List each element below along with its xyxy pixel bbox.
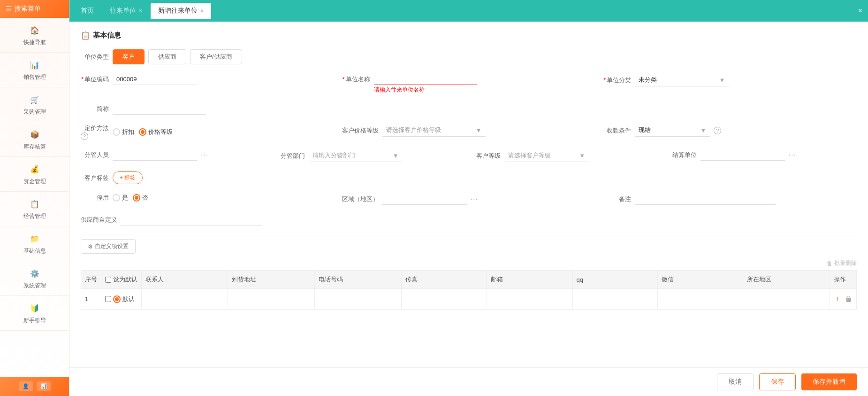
customer-price-level-select[interactable]: 请选择客户价格等级 ▼ [382,124,486,137]
sidebar-item-purchase[interactable]: 🛒 采购管理 [0,87,69,122]
customer-level-arrow: ▼ [579,152,585,159]
email-input[interactable] [491,294,568,304]
radio-no[interactable]: 否 [133,194,148,202]
department-select[interactable]: 请输入分管部门 ▼ [309,149,403,162]
region-cell-input[interactable] [747,294,826,304]
cell-region[interactable] [743,289,830,310]
supplier-custom-input[interactable] [121,214,262,225]
region-input[interactable] [382,194,467,205]
cell-seq: 1 [81,289,101,310]
department-label: 分管部门 [277,152,305,160]
unit-category-label: *单位分类 [603,76,631,85]
unit-name-group: *单位名称 请输入往来单位名称 [342,74,596,94]
tab-new-partner[interactable]: 新增往来单位 × [151,3,211,19]
unit-name-input[interactable] [374,74,477,85]
select-all-checkbox[interactable] [105,277,111,283]
type-btn-both[interactable]: 客户/供应商 [190,49,242,64]
col-contact: 联系人 [142,271,228,289]
customer-level-label: 客户等级 [472,152,501,160]
qq-input[interactable] [577,294,654,304]
contact-input[interactable] [145,294,224,304]
type-btn-supplier[interactable]: 供应商 [148,49,186,64]
payment-terms-value: 现结 [639,126,651,134]
category-dropdown-arrow: ▼ [719,77,725,84]
radio-yes[interactable]: 是 [113,194,128,202]
row-checkbox[interactable] [105,296,111,302]
purchase-icon: 🛒 [28,93,41,106]
sidebar-item-inventory[interactable]: 📦 库存核算 [0,122,69,157]
region-group: 区域（地区） ··· [342,194,596,205]
payment-terms-select[interactable]: 现结 ▼ [635,124,710,137]
settlement-dots[interactable]: ··· [789,151,796,159]
tab-partners-close[interactable]: × [139,8,142,14]
customer-level-select[interactable]: 请选择客户等级 ▼ [504,149,589,162]
radio-price-level-inner [141,130,145,134]
row-default-radio[interactable]: 默认 [113,295,135,303]
pricing-help-icon[interactable]: ? [81,132,88,140]
col-region: 所在地区 [743,271,830,289]
gear-icon: ⚙ [88,243,93,250]
sidebar: ☰ 搜索菜单 🏠 快捷导航 📊 销售管理 🛒 采购管理 📦 库存核算 💰 资金管… [0,0,69,396]
manager-dots[interactable]: ··· [201,151,208,159]
cell-contact[interactable] [142,289,228,310]
settlement-unit-input[interactable] [700,149,785,161]
sidebar-item-sales[interactable]: 📊 销售管理 [0,53,69,87]
sidebar-item-guide[interactable]: 🔰 新手引导 [0,296,69,331]
cell-address[interactable] [228,289,314,310]
save-button[interactable]: 保存 [759,373,796,390]
sidebar-btn-2[interactable]: 📊 [37,381,51,391]
finance-icon: 💰 [28,163,41,176]
cell-email[interactable] [487,289,572,310]
sidebar-search[interactable]: ☰ 搜索菜单 [0,0,69,18]
close-all-tabs[interactable]: × [858,7,862,15]
radio-discount[interactable]: 折扣 [113,128,134,136]
sidebar-item-system[interactable]: ⚙️ 系统管理 [0,261,69,296]
unit-category-group: *单位分类 未分类 ▼ [603,74,857,86]
sidebar-btn-1[interactable]: 👤 [19,381,33,391]
tab-home[interactable]: 首页 [73,3,101,19]
region-label: 区域（地区） [342,195,379,203]
type-btn-customer[interactable]: 客户 [113,49,145,64]
sidebar-item-basic-info[interactable]: 📁 基础信息 [0,226,69,261]
main-content: 首页 往来单位 × 新增往来单位 × × 📋 基本信息 单位类型 客户 供应商 … [69,0,868,396]
phone-input[interactable] [319,294,397,304]
unit-code-input[interactable] [113,74,197,85]
tag-group: 客户标签 + 标签 [81,171,857,184]
table-header-row: 序号 设为默认 联系人 到货地址 电话号码 传真 邮箱 qq [81,271,857,289]
custom-settings-button[interactable]: ⚙ 自定义项设置 [81,239,136,254]
remark-input[interactable] [635,194,776,205]
tag-label: 客户标签 [81,174,109,182]
address-input[interactable] [232,294,311,304]
save-new-button[interactable]: 保存并新增 [801,373,857,390]
cell-wechat[interactable] [657,289,743,310]
delete-row-button[interactable]: 🗑 [845,295,853,303]
sidebar-item-operations[interactable]: 📋 经营管理 [0,192,69,226]
unit-category-select[interactable]: 未分类 ▼ [635,74,729,86]
col-phone: 电话号码 [314,271,401,289]
payment-help-icon[interactable]: ? [714,127,721,134]
manager-input[interactable] [113,149,197,161]
batch-delete-button[interactable]: 🗑 批量删除 [827,259,857,267]
sidebar-item-quick-nav[interactable]: 🏠 快捷导航 [0,18,69,53]
short-name-input[interactable] [113,103,206,115]
add-row-button[interactable]: ＋ [834,294,841,304]
region-dots[interactable]: ··· [471,195,478,203]
unit-name-label: *单位名称 [342,75,370,84]
add-tag-button[interactable]: + 标签 [113,171,143,184]
cell-action: ＋ 🗑 [830,289,856,310]
cell-qq[interactable] [572,289,657,310]
tab-new-partner-close[interactable]: × [200,8,204,14]
fax-input[interactable] [405,294,483,304]
remark-label: 备注 [603,195,631,203]
tab-partners[interactable]: 往来单位 × [102,3,150,19]
cancel-button[interactable]: 取消 [717,373,754,390]
row-default-label: 默认 [122,295,135,303]
radio-price-level[interactable]: 价格等级 [139,128,173,136]
footer-bar: 取消 保存 保存并新增 [69,367,868,396]
wechat-input[interactable] [662,294,739,304]
operations-icon: 📋 [28,197,41,210]
sidebar-item-finance[interactable]: 💰 资金管理 [0,157,69,192]
disabled-row: 停用 是 否 区域（地区） ··· [81,194,857,205]
cell-fax[interactable] [402,289,487,310]
cell-phone[interactable] [314,289,401,310]
